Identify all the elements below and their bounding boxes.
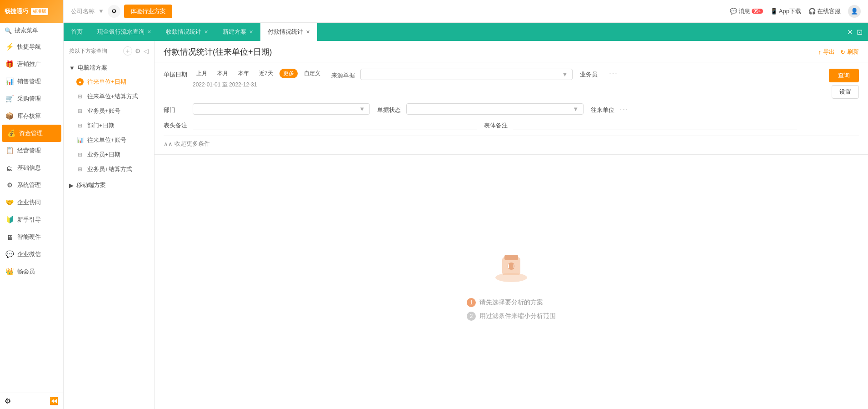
topbar: 公司名称 ▼ ⚙ 体验行业方案 💬 消息 99+ 📱 App下载 🎧 在线客服 …	[64, 0, 868, 23]
sidebar-item-base[interactable]: 🗂 基础信息	[0, 159, 63, 177]
sidebar-item-hardware[interactable]: 🖥 智能硬件	[0, 228, 63, 246]
scheme-item-label: 往来单位+日期	[87, 78, 126, 86]
scheme-icon: ⊞	[76, 151, 84, 158]
sidebar-item-label: 企业协同	[17, 198, 41, 207]
export-btn[interactable]: ↑ 导出	[818, 48, 835, 56]
mobile-group-header[interactable]: ▶ 移动端方案	[64, 178, 154, 192]
collapse-icon: ∧∧	[164, 141, 173, 147]
empty-hint-2: 2 用过滤条件来缩小分析范围	[467, 312, 556, 321]
sidebar-footer: ⚙ ⏪	[0, 393, 63, 409]
sidebar-item-quick-nav[interactable]: ⚡ 快捷导航	[0, 38, 63, 56]
topbar-settings-btn[interactable]: ⚙	[108, 5, 120, 18]
sidebar: 畅捷通巧 标准版 🔍 搜索菜单 ⚡ 快捷导航 🎁 营销推广 📊 销售管理 🛒 采…	[0, 0, 64, 409]
desktop-group-label: 电脑端方案	[78, 64, 107, 72]
date-option-this-month[interactable]: 本月	[214, 69, 232, 78]
sidebar-item-collab[interactable]: 🤝 企业协同	[0, 194, 63, 211]
header-note-input[interactable]	[193, 119, 477, 130]
sidebar-item-wechat[interactable]: 💬 企业微信	[0, 246, 63, 263]
collapse-sidebar-icon[interactable]: ⏪	[50, 397, 59, 405]
source-select[interactable]: ▼	[360, 69, 573, 80]
tab-new-scheme[interactable]: 新建方案 ✕	[215, 23, 260, 41]
page-title: 付款情况统计(往来单位+日期)	[164, 46, 272, 57]
hardware-icon: 🖥	[5, 233, 14, 241]
refresh-btn[interactable]: ↻ 刷新	[840, 48, 859, 56]
scheme-settings-icon[interactable]: ⚙	[135, 47, 141, 55]
user-avatar[interactable]: 👤	[848, 5, 861, 18]
scheme-item-staff-settle[interactable]: ⊞ 业务员+结算方式	[64, 162, 154, 177]
sidebar-item-finance[interactable]: 💰 资金管理	[2, 125, 61, 142]
scheme-item-unit-date[interactable]: ● 往来单位+日期	[64, 75, 154, 89]
query-btn[interactable]: 查询	[829, 69, 859, 82]
marketing-icon: 🎁	[5, 60, 14, 68]
scheme-item-label: 业务员+账号	[87, 107, 120, 115]
tab-new-scheme-label: 新建方案	[223, 28, 246, 36]
guide-icon: 🔰	[5, 216, 14, 224]
date-option-more[interactable]: 更多	[279, 69, 298, 78]
date-option-7days[interactable]: 近7天	[255, 69, 277, 78]
dept-select[interactable]: ▼	[193, 103, 370, 115]
body-note-input[interactable]	[513, 119, 797, 130]
sidebar-search[interactable]: 🔍 搜索菜单	[0, 23, 63, 38]
sidebar-item-operations[interactable]: 📋 经营管理	[0, 142, 63, 159]
message-label: 消息	[738, 7, 750, 15]
right-content: 付款情况统计(往来单位+日期) ↑ 导出 ↻ 刷新	[155, 41, 868, 409]
scheme-item-dept-date[interactable]: ⊞ 部门+日期	[64, 118, 154, 133]
partner-dots[interactable]: ···	[620, 105, 629, 113]
tab-new-scheme-close[interactable]: ✕	[249, 29, 253, 35]
staff-dots[interactable]: ···	[609, 70, 618, 78]
staff-label: 业务员	[580, 69, 605, 79]
collapse-btn[interactable]: ∧∧ 收起更多条件	[164, 140, 210, 148]
date-option-custom[interactable]: 自定义	[300, 69, 324, 78]
sidebar-item-member[interactable]: 👑 畅会员	[0, 263, 63, 280]
scheme-item-label: 业务员+日期	[87, 151, 120, 159]
filter-area: 单据日期 上月 本月 本年 近7天 更多 自定义 2022-01-01 至 20…	[155, 62, 868, 155]
desktop-group-header[interactable]: ▼ 电脑端方案	[64, 61, 154, 75]
tab-income-close[interactable]: ✕	[204, 29, 208, 35]
tab-home[interactable]: 首页	[64, 23, 90, 41]
sidebar-item-system[interactable]: ⚙ 系统管理	[0, 177, 63, 194]
tab-income[interactable]: 收款情况统计 ✕	[159, 23, 215, 41]
sidebar-item-inventory[interactable]: 📦 库存核算	[0, 107, 63, 125]
sales-icon: 📊	[5, 77, 14, 86]
message-icon: 💬	[730, 8, 737, 15]
desktop-group-arrow: ▼	[69, 65, 75, 71]
app-download[interactable]: 📱 App下载	[770, 7, 801, 15]
scheme-item-staff-account[interactable]: ⊞ 业务员+账号	[64, 104, 154, 118]
sidebar-logo: 畅捷通巧	[5, 7, 28, 15]
tab-bank[interactable]: 现金银行流水查询 ✕	[90, 23, 159, 41]
main-area: 公司名称 ▼ ⚙ 体验行业方案 💬 消息 99+ 📱 App下载 🎧 在线客服 …	[64, 0, 868, 409]
topbar-logo-area: 公司名称 ▼ ⚙ 体验行业方案	[71, 5, 724, 18]
date-option-last-month[interactable]: 上月	[193, 69, 211, 78]
sidebar-item-marketing[interactable]: 🎁 营销推广	[0, 56, 63, 73]
sidebar-item-label: 营销推广	[17, 60, 41, 68]
trial-btn[interactable]: 体验行业方案	[124, 5, 172, 18]
tab-bank-close[interactable]: ✕	[147, 29, 151, 35]
sidebar-item-purchase[interactable]: 🛒 采购管理	[0, 90, 63, 107]
topbar-dropdown-icon[interactable]: ▼	[98, 8, 104, 15]
sidebar-item-sales[interactable]: 📊 销售管理	[0, 73, 63, 90]
scheme-item-unit-settle[interactable]: ⊞ 往来单位+结算方式	[64, 89, 154, 104]
source-label: 来源单据	[331, 70, 357, 80]
tab-payment-stats-close[interactable]: ✕	[306, 29, 310, 35]
export-icon: ↑	[818, 49, 822, 56]
scheme-item-label: 业务员+结算方式	[87, 165, 132, 173]
settings-btn[interactable]: 设置	[832, 85, 859, 99]
settings-icon[interactable]: ⚙	[5, 397, 11, 405]
scheme-item-unit-account[interactable]: 📊 往来单位+账号	[64, 133, 154, 147]
date-option-this-year[interactable]: 本年	[234, 69, 253, 78]
add-scheme-icon[interactable]: +	[123, 46, 132, 56]
scheme-item-staff-date[interactable]: ⊞ 业务员+日期	[64, 147, 154, 162]
service-icon: 🎧	[808, 8, 816, 15]
quick-nav-icon: ⚡	[5, 43, 14, 51]
tab-close-all-icon[interactable]: ✕	[847, 28, 853, 36]
sidebar-item-label: 系统管理	[17, 181, 41, 189]
panel-collapse-icon[interactable]: ◁	[144, 47, 149, 55]
tab-payment-stats[interactable]: 付款情况统计 ✕	[260, 23, 317, 41]
sidebar-item-guide[interactable]: 🔰 新手引导	[0, 211, 63, 228]
refresh-label: 刷新	[847, 48, 859, 56]
tab-expand-icon[interactable]: ⊡	[857, 28, 863, 36]
doc-status-select[interactable]: ▼	[406, 103, 584, 115]
sidebar-item-label: 智能硬件	[17, 233, 41, 241]
message-area[interactable]: 💬 消息 99+	[730, 7, 763, 15]
online-service[interactable]: 🎧 在线客服	[808, 7, 841, 15]
